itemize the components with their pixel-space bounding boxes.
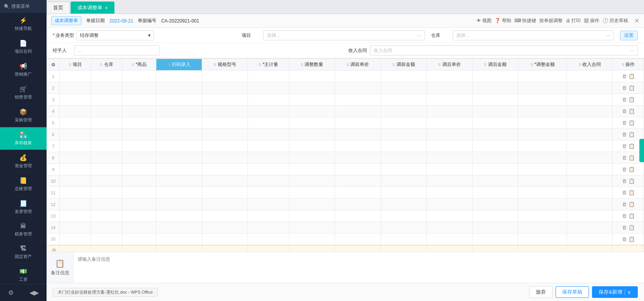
delete-icon[interactable]: 🗑 bbox=[622, 225, 627, 230]
sidebar-item-salary[interactable]: 💵工资 bbox=[0, 264, 47, 284]
sidebar-item-tax[interactable]: 🏛税务管理 bbox=[0, 219, 47, 241]
delete-icon[interactable]: 🗑 bbox=[622, 143, 627, 149]
sort-icon-action: ⇅ bbox=[621, 63, 626, 67]
save-new-button[interactable]: 保存&新增 ∨ bbox=[592, 286, 638, 298]
sidebar-item-project-contract[interactable]: 📄项目合同 bbox=[0, 36, 47, 59]
copy-icon[interactable]: 📋 bbox=[628, 166, 635, 172]
copy-icon[interactable]: 📋 bbox=[628, 213, 635, 219]
cell-action[interactable]: 🗑📋 bbox=[613, 71, 644, 82]
sidebar-item-inventory[interactable]: 🏪库存核算 bbox=[0, 127, 47, 150]
sidebar-item-finance[interactable]: 💰资金管理 bbox=[0, 150, 47, 173]
marketing-icon: 📢 bbox=[19, 62, 27, 70]
tab-cost-adjust[interactable]: 成本调整单✕ bbox=[71, 2, 114, 14]
copy-icon[interactable]: 📋 bbox=[628, 178, 635, 184]
cell-action[interactable]: 🗑📋 bbox=[613, 129, 644, 140]
cell-action[interactable]: 🗑📋 bbox=[613, 175, 644, 187]
header-action-视图[interactable]: 👁 视图 bbox=[476, 17, 492, 24]
warehouse-select[interactable]: 选择... ··· bbox=[453, 30, 614, 40]
copy-icon[interactable]: 📋 bbox=[628, 120, 635, 126]
taskbar-item[interactable]: 木门行业好业财处理方案-墨红红.doc - WPS Office bbox=[53, 288, 158, 297]
right-side-tab[interactable] bbox=[639, 139, 644, 162]
sidebar-item-sales[interactable]: 🛒销售管理 bbox=[0, 81, 47, 104]
sidebar-item-ledger[interactable]: 📒总账管理 bbox=[0, 173, 47, 196]
cell-product bbox=[122, 140, 156, 152]
cell-action[interactable]: 🗑📋 bbox=[613, 117, 644, 129]
cell-adj_amount bbox=[518, 106, 566, 117]
settings-button[interactable]: 设置 bbox=[620, 31, 638, 40]
copy-icon[interactable]: 📋 bbox=[628, 131, 635, 137]
header-action-帮助[interactable]: ❓ 帮助 bbox=[495, 17, 511, 24]
settings-col-icon[interactable]: ⚙ bbox=[51, 62, 55, 67]
delete-icon[interactable]: 🗑 bbox=[622, 236, 627, 242]
window-title-badge: 成本调整单 bbox=[51, 16, 81, 25]
cell-action[interactable]: 🗑📋 bbox=[613, 222, 644, 234]
sort-icon-scan: ⇅ bbox=[168, 63, 172, 67]
tab-home[interactable]: 首页 bbox=[47, 2, 70, 14]
cell-action[interactable]: 🗑📋 bbox=[613, 234, 644, 245]
cell-action[interactable]: 🗑📋 bbox=[613, 164, 644, 175]
collapse-icon[interactable]: ◀▶ bbox=[28, 287, 40, 298]
cell-action[interactable]: 🗑📋 bbox=[613, 187, 644, 199]
sidebar-item-purchase[interactable]: 📦采购管理 bbox=[0, 104, 47, 127]
tab-close[interactable]: ✕ bbox=[105, 6, 108, 10]
sidebar-item-quick-nav[interactable]: ⚡快捷导航 bbox=[0, 13, 47, 36]
delete-icon[interactable]: 🗑 bbox=[622, 166, 627, 172]
cell-scan bbox=[156, 129, 202, 140]
delete-icon[interactable]: 🗑 bbox=[622, 213, 627, 219]
abandon-button[interactable]: 放弃 bbox=[529, 286, 552, 298]
handler-input[interactable]: ... bbox=[74, 45, 160, 55]
cell-action[interactable]: 🗑📋 bbox=[613, 199, 644, 210]
delete-icon[interactable]: 🗑 bbox=[622, 178, 627, 184]
window-close-button[interactable]: ✕ bbox=[634, 17, 639, 24]
sidebar-item-label: 税务管理 bbox=[15, 231, 32, 237]
sidebar-item-invoice[interactable]: 🧾发票管理 bbox=[0, 196, 47, 219]
biz-type-select[interactable]: 结存调整 ▾ bbox=[76, 30, 154, 40]
copy-icon[interactable]: 📋 bbox=[628, 97, 635, 102]
cell-spec bbox=[202, 71, 248, 82]
cell-action[interactable]: 🗑📋 bbox=[613, 106, 644, 117]
cell-action[interactable]: 🗑📋 bbox=[613, 94, 644, 106]
copy-icon[interactable]: 📋 bbox=[628, 73, 635, 79]
copy-icon[interactable]: 📋 bbox=[628, 201, 635, 207]
cell-action[interactable]: 🗑📋 bbox=[613, 82, 644, 94]
project-select[interactable]: 选择... ··· bbox=[263, 30, 424, 40]
sidebar-search[interactable]: 🔍 搜索菜单 bbox=[0, 0, 47, 13]
cell-income_contract bbox=[567, 140, 613, 152]
header-action-历史草稿[interactable]: 🕐 历史草稿 bbox=[602, 17, 628, 24]
col-header-scan[interactable]: ⇅ 扫码录入 bbox=[156, 59, 202, 71]
notes-input[interactable] bbox=[74, 252, 644, 283]
copy-icon[interactable]: 📋 bbox=[628, 85, 635, 91]
cell-product bbox=[122, 106, 156, 117]
delete-icon[interactable]: 🗑 bbox=[622, 190, 627, 195]
copy-icon[interactable]: 📋 bbox=[628, 236, 635, 242]
table-row: 15🗑📋 bbox=[47, 234, 644, 245]
delete-icon[interactable]: 🗑 bbox=[622, 201, 627, 207]
header-action-操作[interactable]: ▦ 操作 bbox=[584, 17, 599, 24]
delete-icon[interactable]: 🗑 bbox=[622, 97, 627, 102]
delete-icon[interactable]: 🗑 bbox=[622, 108, 627, 114]
cell-adj_qty bbox=[289, 82, 335, 94]
copy-icon[interactable]: 📋 bbox=[628, 108, 635, 114]
delete-icon[interactable]: 🗑 bbox=[622, 120, 627, 126]
sidebar-item-marketing[interactable]: 📢营销推广 bbox=[0, 59, 47, 81]
save-draft-button[interactable]: 保存草稿 bbox=[556, 286, 589, 298]
form-row-2: 经手人 ... 收入合同 收入合同 ··· bbox=[47, 43, 644, 58]
copy-icon[interactable]: 📋 bbox=[628, 155, 635, 161]
copy-icon[interactable]: 📋 bbox=[628, 190, 635, 195]
delete-icon[interactable]: 🗑 bbox=[622, 73, 627, 79]
header-action-快捷键[interactable]: ⌨ 快捷键 bbox=[514, 17, 536, 24]
delete-icon[interactable]: 🗑 bbox=[622, 155, 627, 161]
copy-icon[interactable]: 📋 bbox=[628, 143, 635, 149]
sidebar-item-fixed-assets[interactable]: 🏗固定资产 bbox=[0, 241, 47, 264]
income-contract-input[interactable]: 收入合同 ··· bbox=[370, 45, 638, 55]
cell-pre_price bbox=[335, 140, 381, 152]
cell-settings: 3 bbox=[47, 94, 60, 106]
header-action-打印[interactable]: 🖨 打印 bbox=[566, 17, 581, 24]
delete-icon[interactable]: 🗑 bbox=[622, 131, 627, 137]
header-action-按单据调整[interactable]: 按单据调整 bbox=[539, 17, 563, 24]
copy-icon[interactable]: 📋 bbox=[628, 225, 635, 230]
settings-icon[interactable]: ⚙ bbox=[7, 287, 15, 298]
cell-action[interactable]: 🗑📋 bbox=[613, 210, 644, 222]
delete-icon[interactable]: 🗑 bbox=[622, 85, 627, 91]
date-value[interactable]: 2022-09-21 bbox=[109, 18, 133, 24]
